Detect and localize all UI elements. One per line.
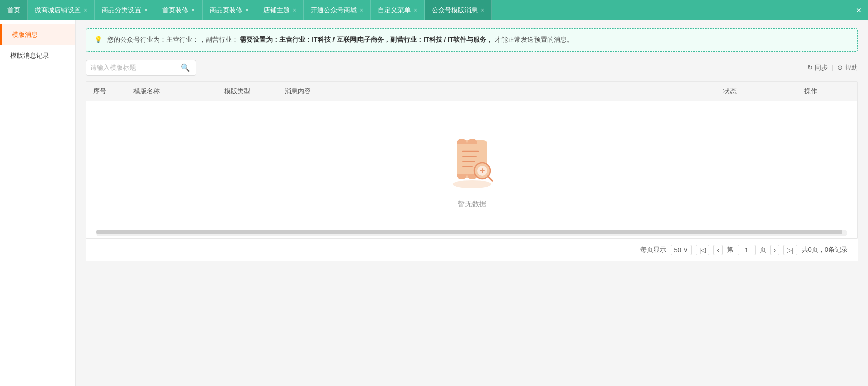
column-header-name: 模版名称 <box>126 82 217 101</box>
main-layout: 模版消息模版消息记录 💡 您的公众号行业为：主营行业：，副营行业： 需要设置为：… <box>0 20 868 386</box>
current-page-input[interactable] <box>738 245 756 255</box>
search-icon[interactable]: 🔍 <box>181 63 190 72</box>
total-records-label: 共0页，0条记录 <box>802 245 848 254</box>
notice-box: 💡 您的公众号行业为：主营行业：，副营行业： 需要设置为：主营行业：IT科技 /… <box>86 28 858 52</box>
toolbar-right: ↻ 同步 | ⊙ 帮助 <box>807 63 858 72</box>
sync-icon: ↻ <box>807 64 813 71</box>
sidebar-item-template-message[interactable]: 模版消息 <box>0 24 75 45</box>
nav-tab-store-theme[interactable]: 店铺主题× <box>256 0 304 20</box>
nav-tab-home[interactable]: 首页 <box>0 0 28 20</box>
close-tab-store-theme[interactable]: × <box>293 7 296 14</box>
sync-label: 同步 <box>815 63 828 72</box>
close-tab-template-message[interactable]: × <box>481 7 484 14</box>
toolbar: 🔍 ↻ 同步 | ⊙ 帮助 <box>86 60 858 76</box>
empty-icon <box>442 131 502 192</box>
page-size-chevron: ∨ <box>683 246 688 254</box>
column-header-content: 消息内容 <box>278 82 716 101</box>
data-table: 序号模版名称模版类型消息内容状态操作 <box>86 81 858 239</box>
column-header-actions: 操作 <box>797 82 857 101</box>
close-tab-product-decoration[interactable]: × <box>245 7 249 14</box>
notice-suffix: 才能正常发送预置的消息。 <box>495 36 573 43</box>
nav-tab-open-wechat-mall[interactable]: 开通公众号商城× <box>304 0 371 20</box>
page-label-prefix: 第 <box>727 245 733 254</box>
empty-text: 暂无数据 <box>458 200 486 209</box>
notice-highlight: 需要设置为：主营行业：IT科技 / 互联网|电子商务，副营行业：IT科技 / I… <box>240 36 493 43</box>
notice-icon: 💡 <box>94 36 102 43</box>
main-content: 💡 您的公众号行业为：主营行业：，副营行业： 需要设置为：主营行业：IT科技 /… <box>76 20 868 386</box>
svg-line-7 <box>488 176 492 181</box>
nav-tab-custom-menu[interactable]: 自定义菜单× <box>371 0 425 20</box>
nav-tab-product-decoration[interactable]: 商品页装修× <box>203 0 256 20</box>
first-page-button[interactable]: |◁ <box>696 245 709 255</box>
table-header: 序号模版名称模版类型消息内容状态操作 <box>86 82 857 101</box>
last-page-button[interactable]: ▷| <box>783 245 797 255</box>
toolbar-divider: | <box>832 64 833 71</box>
close-all-button[interactable]: ✕ <box>850 6 868 14</box>
page-size-value: 50 <box>674 246 681 254</box>
svg-point-0 <box>453 180 491 188</box>
notice-prefix: 您的公众号行业为：主营行业：，副营行业： <box>107 36 238 43</box>
page-size-select[interactable]: 50 ∨ <box>671 245 692 255</box>
next-page-button[interactable]: › <box>770 245 779 255</box>
close-tab-custom-menu[interactable]: × <box>414 7 417 14</box>
page-size-label: 每页显示 <box>640 245 666 254</box>
empty-state: 暂无数据 <box>86 101 857 229</box>
help-icon: ⊙ <box>837 64 843 71</box>
close-tab-home-decoration[interactable]: × <box>191 7 195 14</box>
column-header-type: 模版类型 <box>217 82 278 101</box>
page-label-suffix: 页 <box>760 245 766 254</box>
top-nav: 首页微商城店铺设置×商品分类设置×首页装修×商品页装修×店铺主题×开通公众号商城… <box>0 0 868 20</box>
close-tab-category-settings[interactable]: × <box>144 7 148 14</box>
sync-button[interactable]: ↻ 同步 <box>807 63 828 72</box>
nav-tab-home-decoration[interactable]: 首页装修× <box>155 0 203 20</box>
horizontal-scrollbar[interactable] <box>86 230 857 238</box>
help-button[interactable]: ⊙ 帮助 <box>837 63 858 72</box>
column-header-status: 状态 <box>716 82 797 101</box>
search-input[interactable] <box>90 64 181 71</box>
column-header-seq: 序号 <box>86 82 126 101</box>
nav-tab-template-message[interactable]: 公众号模版消息× <box>425 0 492 20</box>
close-tab-open-wechat-mall[interactable]: × <box>360 7 363 14</box>
nav-tab-wsc-settings[interactable]: 微商城店铺设置× <box>28 0 95 20</box>
sidebar-item-template-message-log[interactable]: 模版消息记录 <box>0 45 75 66</box>
prev-page-button[interactable]: ‹ <box>713 245 722 255</box>
pagination: 每页显示 50 ∨ |◁ ‹ 第 页 › ▷| 共0页，0条记录 <box>86 239 858 261</box>
search-input-wrap: 🔍 <box>86 60 196 76</box>
help-label: 帮助 <box>845 63 858 72</box>
close-tab-wsc-settings[interactable]: × <box>84 7 87 14</box>
sidebar: 模版消息模版消息记录 <box>0 20 76 386</box>
nav-tab-category-settings[interactable]: 商品分类设置× <box>95 0 155 20</box>
